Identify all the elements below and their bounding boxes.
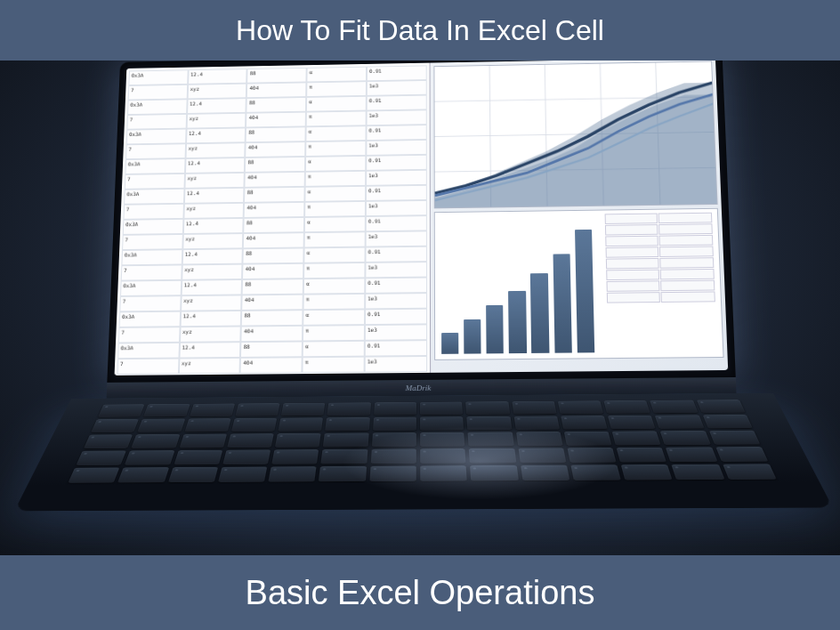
keyboard-key	[650, 400, 699, 414]
spreadsheet-cell: 1e3	[365, 262, 426, 278]
keyboard-key	[279, 417, 324, 431]
mini-table-cell	[658, 213, 712, 223]
keyboard-key	[660, 431, 710, 445]
spreadsheet-cell: 0x3A	[119, 311, 181, 327]
bar	[464, 319, 481, 353]
spreadsheet-grid: 0x3A12.488α0.917xyz404π1e30x3A12.488α0.9…	[115, 63, 431, 376]
spreadsheet-cell: 0.91	[367, 65, 427, 81]
keyboard-key	[723, 464, 777, 480]
mini-table-cell	[606, 246, 659, 257]
spreadsheet-cell: 0x3A	[123, 219, 183, 235]
spreadsheet-cell: α	[305, 156, 366, 172]
keyboard-key	[420, 448, 466, 464]
bar	[553, 254, 572, 352]
keyboard-key	[268, 466, 317, 481]
keyboard-key	[513, 416, 560, 430]
spreadsheet-cell: xyz	[182, 233, 244, 249]
keyboard-key	[374, 402, 416, 416]
spreadsheet-cell: 88	[244, 187, 304, 203]
spreadsheet-cell: 0.91	[366, 185, 427, 201]
spreadsheet-cell: 404	[245, 172, 305, 188]
spreadsheet-cell: π	[306, 110, 367, 126]
laptop: 0x3A12.488α0.917xyz404π1e30x3A12.488α0.9…	[64, 61, 781, 555]
spreadsheet-cell: 1e3	[366, 200, 427, 216]
spreadsheet-cell: α	[304, 216, 366, 232]
keyboard-key	[321, 449, 368, 464]
spreadsheet-cell: 7	[118, 327, 180, 343]
spreadsheet-cell: 404	[241, 326, 303, 342]
keyboard-key	[235, 403, 279, 416]
keyboard-key	[271, 449, 319, 464]
mini-table-cell	[606, 236, 659, 246]
spreadsheet-cell: 404	[242, 263, 303, 279]
keyboard-key	[98, 404, 145, 417]
mini-table-cell	[606, 270, 659, 280]
spreadsheet-cell: xyz	[187, 84, 246, 100]
keyboard-key	[420, 465, 467, 481]
keyboard-key	[512, 401, 556, 415]
spreadsheet-cell: π	[305, 141, 366, 157]
keyboard-key	[168, 467, 218, 482]
keyboard-key	[697, 400, 746, 413]
keyboard-keys	[59, 400, 786, 503]
spreadsheet-cell: π	[303, 325, 365, 341]
spreadsheet-cell: 404	[244, 202, 304, 218]
mini-table-cell	[658, 223, 712, 234]
spreadsheet-cell: 0.91	[365, 278, 426, 294]
spreadsheet-cell: α	[304, 247, 366, 263]
keyboard-key	[666, 447, 717, 462]
spreadsheet-cell: xyz	[179, 358, 241, 374]
spreadsheet-cell: 0.91	[366, 155, 426, 171]
mini-table-cell	[605, 224, 658, 235]
keyboard-key	[369, 466, 416, 481]
spreadsheet-cell: α	[306, 125, 367, 141]
hero-laptop-illustration: 0x3A12.488α0.917xyz404π1e30x3A12.488α0.9…	[0, 61, 840, 555]
spreadsheet-cell: 1e3	[365, 293, 427, 309]
spreadsheet-cell: 0x3A	[127, 99, 187, 115]
line-chart	[433, 61, 717, 208]
keyboard-key	[143, 404, 190, 417]
mini-table-cell	[660, 269, 714, 279]
keyboard-key	[469, 448, 516, 464]
keyboard-key	[468, 432, 514, 446]
spreadsheet-cell: 88	[247, 68, 307, 84]
spreadsheet-cell: 404	[240, 357, 303, 373]
mini-table-cell	[605, 213, 658, 223]
spreadsheet-cell: 1e3	[367, 80, 427, 96]
spreadsheet-cell: xyz	[180, 327, 241, 343]
spreadsheet-cell: 88	[240, 341, 303, 357]
spreadsheet-cell: π	[303, 357, 365, 373]
charts-panel	[430, 61, 728, 373]
spreadsheet-cell: α	[303, 341, 365, 357]
spreadsheet-cell: 88	[244, 217, 305, 233]
spreadsheet-cell: 12.4	[180, 311, 241, 327]
spreadsheet-cell: 1e3	[365, 356, 427, 373]
spreadsheet-cell: α	[306, 96, 367, 112]
mini-table-cell	[661, 291, 715, 302]
keyboard-key	[621, 464, 673, 481]
keyboard-key	[179, 434, 227, 448]
keyboard-key	[227, 433, 274, 448]
spreadsheet-cell: 12.4	[188, 69, 247, 85]
spreadsheet-cell: π	[305, 171, 366, 187]
spreadsheet-cell: 88	[243, 247, 304, 263]
mini-table-cell	[606, 258, 659, 269]
bottom-banner: Basic Excel Operations	[0, 555, 840, 630]
spreadsheet-cell: 0x3A	[128, 69, 188, 85]
keyboard-key	[370, 449, 416, 464]
spreadsheet-cell: π	[303, 262, 365, 279]
keyboard-key	[672, 464, 724, 481]
laptop-screen-frame: 0x3A12.488α0.917xyz404π1e30x3A12.488α0.9…	[107, 61, 735, 383]
spreadsheet-cell: 1e3	[365, 324, 427, 340]
spreadsheet-cell: 12.4	[183, 218, 244, 234]
spreadsheet-cell: 7	[119, 295, 181, 311]
keyboard-key	[275, 433, 321, 448]
spreadsheet-cell: 0x3A	[124, 189, 184, 205]
keyboard-key	[91, 419, 139, 432]
spreadsheet-cell: xyz	[184, 173, 245, 189]
keyboard-key	[564, 432, 612, 446]
keyboard-key	[617, 448, 667, 463]
keyboard-key	[420, 402, 463, 416]
spreadsheet-cell: 88	[245, 157, 305, 173]
mini-table-cell	[607, 292, 660, 303]
